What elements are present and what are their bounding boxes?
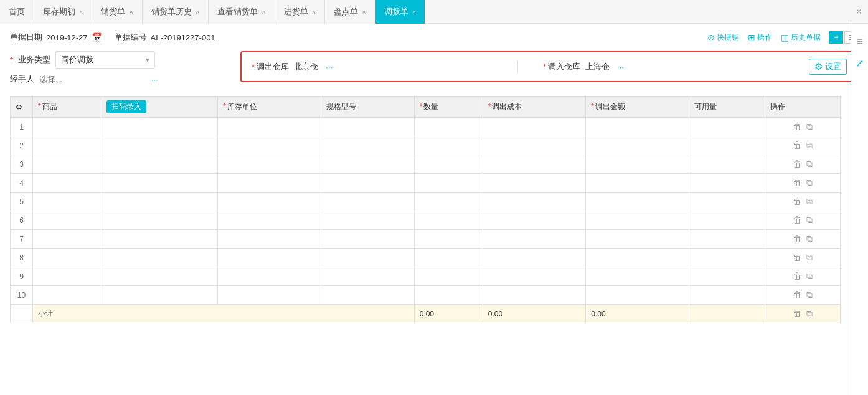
handler-more-btn[interactable]: ··· (149, 75, 161, 84)
delete-icon-7[interactable]: 🗑 (793, 234, 801, 244)
cell-unit-8[interactable] (218, 249, 321, 267)
cell-qty-9[interactable] (414, 267, 483, 286)
cell-product-10[interactable] (33, 286, 101, 305)
tab-view-sales-close[interactable]: × (262, 8, 265, 16)
delete-icon-4[interactable]: 🗑 (793, 178, 801, 188)
cell-amount-8[interactable] (586, 249, 689, 267)
tab-sales-history[interactable]: 销货单历史 × (143, 0, 209, 24)
copy-icon-2[interactable]: ⧉ (806, 140, 813, 150)
delete-icon-5[interactable]: 🗑 (793, 196, 801, 206)
settings-button[interactable]: ⚙ 设置 (809, 59, 847, 75)
copy-icon-6[interactable]: ⧉ (806, 215, 813, 225)
cell-amount-2[interactable] (586, 136, 689, 155)
tab-transfer-close[interactable]: × (412, 8, 416, 16)
tab-inventory-init[interactable]: 库存期初 × (34, 0, 92, 24)
delete-icon-1[interactable]: 🗑 (793, 121, 801, 131)
cell-qty-7[interactable] (414, 230, 483, 249)
cell-spec-1[interactable] (321, 118, 414, 136)
cell-cost-4[interactable] (483, 174, 585, 193)
delete-icon-10[interactable]: 🗑 (793, 290, 801, 300)
tab-transfer[interactable]: 调拨单 × (375, 0, 425, 24)
cell-qty-3[interactable] (414, 155, 483, 174)
subtotal-delete-icon[interactable]: 🗑 (793, 308, 801, 318)
copy-icon-5[interactable]: ⧉ (806, 196, 813, 206)
window-close-button[interactable]: × (856, 6, 862, 17)
calendar-icon[interactable]: 📅 (92, 32, 102, 42)
cell-qty-2[interactable] (414, 136, 483, 155)
cell-unit-3[interactable] (218, 155, 321, 174)
view-list-btn[interactable]: ≡ (829, 31, 843, 44)
cell-qty-4[interactable] (414, 174, 483, 193)
cell-spec-2[interactable] (321, 136, 414, 155)
tab-inventory-check[interactable]: 盘点单 × (325, 0, 375, 24)
cell-qty-5[interactable] (414, 193, 483, 211)
cell-amount-3[interactable] (586, 155, 689, 174)
cell-unit-6[interactable] (218, 211, 321, 230)
cell-amount-1[interactable] (586, 118, 689, 136)
cell-cost-7[interactable] (483, 230, 585, 249)
in-warehouse-more-btn[interactable]: ··· (615, 62, 626, 72)
delete-icon-2[interactable]: 🗑 (793, 140, 801, 150)
sidebar-list-icon[interactable]: ≡ (857, 36, 862, 47)
copy-icon-10[interactable]: ⧉ (806, 290, 813, 300)
cell-unit-4[interactable] (218, 174, 321, 193)
cell-product-8[interactable] (33, 249, 101, 267)
out-warehouse-more-btn[interactable]: ··· (323, 62, 335, 72)
biz-type-select[interactable]: 同价调拨 ▾ (55, 51, 155, 69)
cell-cost-2[interactable] (483, 136, 585, 155)
cell-product-2[interactable] (33, 136, 101, 155)
cell-spec-6[interactable] (321, 211, 414, 230)
cell-spec-3[interactable] (321, 155, 414, 174)
cell-qty-8[interactable] (414, 249, 483, 267)
delete-icon-9[interactable]: 🗑 (793, 271, 801, 281)
cell-amount-7[interactable] (586, 230, 689, 249)
tab-sales-order[interactable]: 销货单 × (92, 0, 142, 24)
cell-cost-10[interactable] (483, 286, 585, 305)
tab-sales-order-close[interactable]: × (129, 8, 133, 16)
scan-button[interactable]: 扫码录入 (106, 100, 146, 113)
cell-cost-9[interactable] (483, 267, 585, 286)
cell-spec-4[interactable] (321, 174, 414, 193)
delete-icon-3[interactable]: 🗑 (793, 159, 801, 169)
cell-spec-9[interactable] (321, 267, 414, 286)
tab-purchase-close[interactable]: × (312, 8, 316, 16)
col-gear-header[interactable]: ⚙ (11, 97, 33, 118)
copy-icon-9[interactable]: ⧉ (806, 271, 813, 281)
cell-product-1[interactable] (33, 118, 101, 136)
cell-amount-4[interactable] (586, 174, 689, 193)
tab-view-sales[interactable]: 查看销货单 × (209, 0, 275, 24)
cell-spec-8[interactable] (321, 249, 414, 267)
cell-amount-6[interactable] (586, 211, 689, 230)
cell-spec-7[interactable] (321, 230, 414, 249)
handler-input[interactable] (39, 75, 144, 84)
cell-qty-10[interactable] (414, 286, 483, 305)
cell-spec-10[interactable] (321, 286, 414, 305)
tab-inventory-check-close[interactable]: × (362, 8, 366, 16)
copy-icon-7[interactable]: ⧉ (806, 234, 813, 244)
cell-cost-5[interactable] (483, 193, 585, 211)
tab-purchase[interactable]: 进货单 × (275, 0, 325, 24)
cell-unit-2[interactable] (218, 136, 321, 155)
shortcut-keys-action[interactable]: ⊙ 快捷键 (707, 32, 739, 43)
cell-unit-1[interactable] (218, 118, 321, 136)
subtotal-copy-icon[interactable]: ⧉ (806, 308, 813, 318)
tab-inventory-init-close[interactable]: × (79, 8, 83, 16)
cell-unit-10[interactable] (218, 286, 321, 305)
cell-cost-1[interactable] (483, 118, 585, 136)
cell-product-3[interactable] (33, 155, 101, 174)
cell-amount-10[interactable] (586, 286, 689, 305)
delete-icon-8[interactable]: 🗑 (793, 252, 801, 262)
copy-icon-8[interactable]: ⧉ (806, 252, 813, 262)
cell-unit-9[interactable] (218, 267, 321, 286)
sidebar-expand-icon[interactable]: ⤢ (856, 57, 864, 69)
tab-home[interactable]: 首页 (0, 0, 34, 24)
cell-amount-9[interactable] (586, 267, 689, 286)
history-docs-action[interactable]: ◫ 历史单据 (781, 32, 821, 43)
cell-unit-7[interactable] (218, 230, 321, 249)
copy-icon-3[interactable]: ⧉ (806, 159, 813, 169)
copy-icon-4[interactable]: ⧉ (806, 178, 813, 188)
cell-product-4[interactable] (33, 174, 101, 193)
cell-spec-5[interactable] (321, 193, 414, 211)
cell-product-9[interactable] (33, 267, 101, 286)
cell-qty-6[interactable] (414, 211, 483, 230)
